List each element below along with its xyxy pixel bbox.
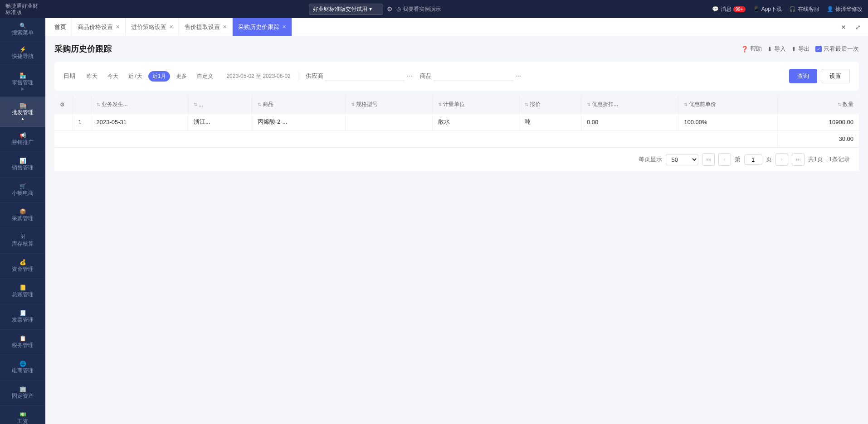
filter-settings-button[interactable]: 设置 xyxy=(821,69,850,83)
sidebar-item-salary[interactable]: 💵 工资 xyxy=(0,406,45,424)
th-pre-discount-price[interactable]: ⇅ 优惠前单价 xyxy=(678,96,778,113)
sort-icon-spec: ⇅ xyxy=(351,102,355,107)
tab-close-purchase-strategy[interactable]: ✕ xyxy=(169,24,173,30)
next-page-button[interactable]: › xyxy=(775,153,788,166)
sidebar-item-finance[interactable]: 💰 资金管理 xyxy=(0,254,45,279)
finance-icon: 💰 xyxy=(20,259,26,265)
sidebar-nav[interactable]: ⚡ 快捷导航 xyxy=(0,42,45,65)
user-menu-button[interactable]: 👤 徐泽华修改 xyxy=(827,5,863,13)
td-product: 丙烯酸-2-... xyxy=(252,113,346,131)
tab-actions: ✕ ⤢ xyxy=(837,21,868,34)
last-page-button[interactable]: ⏭ xyxy=(792,153,805,166)
demo-button[interactable]: ◎ 我要看实例演示 xyxy=(396,5,441,13)
tab-home[interactable]: 首页 xyxy=(49,18,72,36)
tab-price[interactable]: 商品价格设置 ✕ xyxy=(72,18,126,36)
supplier-input[interactable] xyxy=(325,71,405,81)
sidebar-item-accounting[interactable]: 📒 总账管理 xyxy=(0,279,45,304)
date-btn-last1m[interactable]: 近1月 xyxy=(148,71,171,82)
prev-page-button[interactable]: ‹ xyxy=(718,153,731,166)
th-qty[interactable]: ⇅ 数量 xyxy=(778,96,859,113)
headset-icon: 🎧 xyxy=(789,6,796,12)
date-btn-more[interactable]: 更多 xyxy=(172,71,191,82)
app-download-button[interactable]: 📱 App下载 xyxy=(753,5,782,13)
edition-select[interactable]: 好业财标准版交付试用 ▾ xyxy=(309,4,383,15)
date-btn-last7[interactable]: 近7天 xyxy=(124,71,146,82)
date-btn-today[interactable]: 今天 xyxy=(103,71,122,82)
th-unit[interactable]: ⇅ 计量单位 xyxy=(432,96,519,113)
message-button[interactable]: 💬 消息 99+ xyxy=(712,5,746,13)
date-label: 日期 xyxy=(63,72,75,80)
th-discount[interactable]: ⇅ 优惠折扣... xyxy=(581,96,678,113)
th-spec[interactable]: ⇅ 规格型号 xyxy=(346,96,432,113)
tab-bar: 首页 商品价格设置 ✕ 进价策略设置 ✕ 售价提取设置 ✕ 采购历史价跟踪 ✕ … xyxy=(45,18,868,36)
tab-close-history-price[interactable]: ✕ xyxy=(282,24,286,30)
sidebar-item-ecommerce-small[interactable]: 🛒 小畅电商 xyxy=(0,178,45,203)
table-header: ⚙ ⇅ 业务发生... ⇅ xyxy=(54,96,859,113)
page-input[interactable] xyxy=(744,154,762,165)
td-extra: 浙江... xyxy=(188,113,252,131)
top-bar-left: 畅捷通好业财 标准版 xyxy=(5,3,38,16)
sidebar-item-purchase[interactable]: 📦 采购管理 xyxy=(0,203,45,228)
query-button[interactable]: 查询 xyxy=(789,69,817,83)
td-qty: 30.00 xyxy=(778,131,859,147)
sidebar-item-assets[interactable]: 🏢 固定资产 xyxy=(0,381,45,406)
sidebar-item-ecommerce[interactable]: 🌐 电商管理 xyxy=(0,355,45,381)
tab-purchase-strategy[interactable]: 进价策略设置 ✕ xyxy=(126,18,179,36)
th-settings[interactable]: ⚙ xyxy=(54,96,73,113)
date-range: 2023-05-02 至 2023-06-02 xyxy=(226,72,290,80)
export-icon: ⬆ xyxy=(791,46,796,53)
first-page-button[interactable]: ⏮ xyxy=(702,153,715,166)
sidebar-item-wholesale[interactable]: 🏬 批发管理 ▲ xyxy=(0,97,45,127)
sidebar-item-sales[interactable]: 📊 销售管理 xyxy=(0,152,45,178)
sort-icon-product: ⇅ xyxy=(258,102,261,107)
checkbox-only-last[interactable]: ✓ xyxy=(815,46,822,52)
sidebar-item-inventory[interactable]: 🗄 库存核算 xyxy=(0,228,45,254)
filter-actions: 查询 设置 xyxy=(789,69,850,83)
online-service-button[interactable]: 🎧 在线客服 xyxy=(789,5,819,13)
tab-close-price[interactable]: ✕ xyxy=(116,24,120,30)
sidebar-item-marketing[interactable]: 📢 营销推广 xyxy=(0,127,45,152)
filter-separator xyxy=(298,72,298,81)
page-header: 采购历史价跟踪 ❓ 帮助 ⬇ 导入 ⬆ 导出 xyxy=(54,43,859,54)
per-page-label: 每页显示 xyxy=(639,155,662,164)
date-btn-yesterday[interactable]: 昨天 xyxy=(83,71,102,82)
date-btn-custom[interactable]: 自定义 xyxy=(193,71,217,82)
table-row: 1 2023-05-31 浙江... 丙烯酸-2-... 散水 吨 0.00 1… xyxy=(54,113,859,131)
page-of-word: 页 xyxy=(766,155,772,164)
export-button[interactable]: ⬆ 导出 xyxy=(791,45,810,53)
th-product[interactable]: ⇅ 商品 xyxy=(252,96,346,113)
th-quote[interactable]: ⇅ 报价 xyxy=(519,96,581,113)
ecommerce-icon: 🌐 xyxy=(20,361,26,367)
tab-expand-button[interactable]: ⤢ xyxy=(852,21,864,34)
sidebar-item-tax[interactable]: 📋 税务管理 xyxy=(0,330,45,355)
td-unit: 散水 xyxy=(432,113,519,131)
settings-icon-btn[interactable]: ⚙ xyxy=(387,5,393,13)
sidebar-search[interactable]: 🔍 搜索菜单 xyxy=(0,18,45,42)
tab-sale-price[interactable]: 售价提取设置 ✕ xyxy=(179,18,233,36)
supplier-filter: 供应商 ··· xyxy=(306,71,413,81)
only-last-checkbox[interactable]: ✓ 只看最后一次 xyxy=(815,45,859,53)
td-settings xyxy=(54,113,73,131)
tab-close-all-button[interactable]: ✕ xyxy=(837,21,850,34)
help-button[interactable]: ❓ 帮助 xyxy=(741,45,762,53)
td-quote: 吨 xyxy=(519,113,581,131)
th-seq xyxy=(73,96,91,113)
tax-icon: 📋 xyxy=(20,335,26,342)
tab-history-price[interactable]: 采购历史价跟踪 ✕ xyxy=(233,18,292,36)
product-dots-button[interactable]: ··· xyxy=(515,72,521,80)
per-page-select[interactable]: 50 100 200 xyxy=(666,154,698,165)
th-biz-date[interactable]: ⇅ 业务发生... xyxy=(91,96,188,113)
td-pre-discount: 100.00% xyxy=(678,113,778,131)
product-input[interactable] xyxy=(434,71,513,81)
th-extra[interactable]: ⇅ ... xyxy=(188,96,252,113)
td-pre-discount-price: 10900.00 xyxy=(778,113,859,131)
page-header-actions: ❓ 帮助 ⬇ 导入 ⬆ 导出 ✓ 只看最后一 xyxy=(741,45,859,53)
import-button[interactable]: ⬇ 导入 xyxy=(767,45,786,53)
supplier-dots-button[interactable]: ··· xyxy=(407,72,413,80)
tab-close-sale-price[interactable]: ✕ xyxy=(223,24,227,30)
product-label: 商品 xyxy=(420,72,432,80)
sidebar-item-retail[interactable]: 🏪 零售管理 ▶ xyxy=(0,67,45,97)
sales-icon: 📊 xyxy=(20,158,26,164)
sidebar-item-invoice[interactable]: 🧾 发票管理 xyxy=(0,304,45,330)
retail-icon: 🏪 xyxy=(20,72,26,79)
